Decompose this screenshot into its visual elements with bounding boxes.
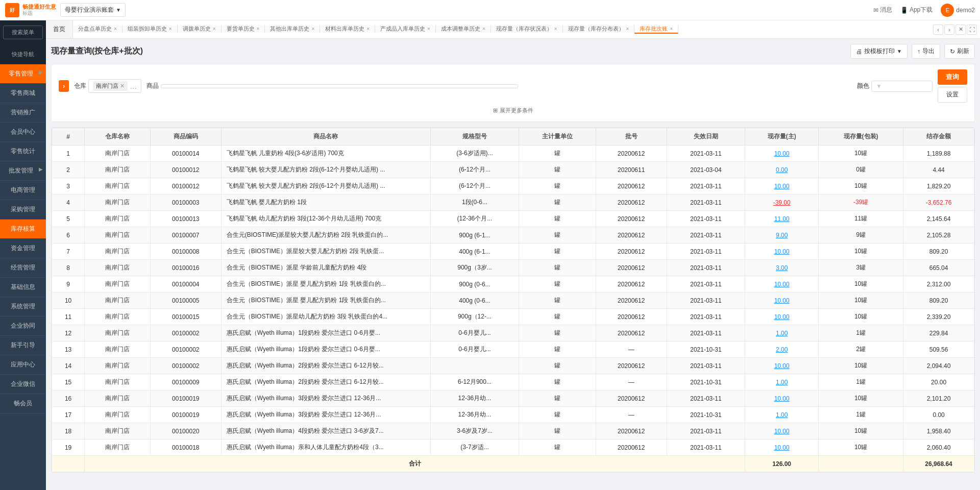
sidebar-item-营销推广[interactable]: 营销推广 <box>0 103 46 122</box>
sidebar-item-畅会员[interactable]: 畅会员 <box>0 394 46 413</box>
tab-home[interactable]: 首页 <box>46 20 73 38</box>
query-btn[interactable]: 查询 <box>938 69 967 85</box>
row-qty-main[interactable]: 0.00 <box>745 162 819 178</box>
row-qty-main[interactable]: 11.00 <box>745 211 819 227</box>
row-spec: 900g (0-6... <box>431 276 519 292</box>
row-qty-main[interactable]: 10.00 <box>745 423 819 439</box>
tab-库存批次账[interactable]: 库存批次账× <box>634 25 678 34</box>
row-unit: 罐 <box>519 260 596 276</box>
sidebar-item-批发管理[interactable]: 批发管理▶ <box>0 161 46 181</box>
row-no: 13 <box>52 341 85 358</box>
sidebar-item-应用中心[interactable]: 应用中心 <box>0 355 46 375</box>
template-print-btn[interactable]: 🖨 按模板打印 ▼ <box>850 44 908 59</box>
row-unit: 罐 <box>519 211 596 227</box>
tab-close-icon[interactable]: × <box>169 26 172 32</box>
sidebar-item-经营管理[interactable]: 经营管理 <box>0 258 46 278</box>
warehouse-tag-close-icon[interactable]: ✕ <box>120 83 125 89</box>
refresh-btn[interactable]: ↻ 刷新 <box>944 44 975 59</box>
tab-next-btn[interactable]: › <box>944 24 954 35</box>
row-qty-main[interactable]: 1.00 <box>745 374 819 390</box>
search-menu-btn[interactable]: 搜索菜单 <box>3 26 43 39</box>
tab-close-icon[interactable]: × <box>213 26 216 32</box>
sidebar-item-企业微信[interactable]: 企业微信 <box>0 375 46 394</box>
user-area[interactable]: E demo2 <box>941 4 975 17</box>
row-code: 00100012 <box>150 162 221 178</box>
tab-fullscreen-btn[interactable]: ⛶ <box>967 24 977 35</box>
app-download-btn[interactable]: 📱 App下载 <box>900 6 933 14</box>
color-tag-container[interactable]: ▼ <box>871 81 933 92</box>
row-qty-pkg: 3罐 <box>819 260 903 276</box>
row-unit: 罐 <box>519 162 596 178</box>
row-qty-main[interactable]: 10.00 <box>745 309 819 325</box>
tab-材料出库单历史[interactable]: 材料出库单历史× <box>320 25 375 33</box>
tab-分盘点单历史[interactable]: 分盘点单历史× <box>73 25 122 33</box>
tab-close-icon[interactable]: × <box>257 26 260 32</box>
tab-prev-btn[interactable]: ‹ <box>933 24 943 35</box>
sidebar-item-基础信息[interactable]: 基础信息 <box>0 278 46 297</box>
row-name: 合生元（BIOSTIME）派星较大婴儿配方奶粉 2段 乳铁蛋... <box>221 243 431 260</box>
sidebar-item-零售统计[interactable]: 零售统计 <box>0 142 46 161</box>
tab-close-icon[interactable]: × <box>482 26 485 32</box>
tab-close-icon[interactable]: × <box>114 26 117 32</box>
row-qty-main[interactable]: 10.00 <box>745 243 819 260</box>
tab-产成品入库单历史[interactable]: 产成品入库单历史× <box>375 25 436 33</box>
tab-close-icon[interactable]: × <box>670 26 673 32</box>
export-btn[interactable]: ↑ 导出 <box>912 44 940 59</box>
messages-btn[interactable]: ✉ 消息 <box>873 6 892 14</box>
tab-close-icon[interactable]: × <box>366 26 370 32</box>
tab-close-icon[interactable]: × <box>427 26 430 32</box>
row-qty-main[interactable]: 10.00 <box>745 358 819 374</box>
sidebar-item-采购管理[interactable]: 采购管理 <box>0 200 46 219</box>
filter-expand-btn[interactable]: › <box>59 80 69 92</box>
row-qty-main[interactable]: 10.00 <box>745 276 819 292</box>
row-batch: 20200612 <box>596 260 667 276</box>
row-spec: (3-6岁适用)... <box>431 145 519 162</box>
tab-close-icon[interactable]: × <box>554 26 557 32</box>
tab-现存量（库存状况表）[interactable]: 现存量（库存状况表）× <box>491 25 563 33</box>
tab-要货单历史[interactable]: 要货单历史× <box>222 25 265 33</box>
row-unit: 罐 <box>519 358 596 374</box>
sidebar-item-新手引导[interactable]: 新手引导 <box>0 336 46 355</box>
row-qty-main[interactable]: 1.00 <box>745 325 819 341</box>
row-qty-main[interactable]: 1.00 <box>745 407 819 423</box>
row-qty-main[interactable]: 10.00 <box>745 145 819 162</box>
sidebar-item-企业协同[interactable]: 企业协同 <box>0 316 46 336</box>
row-warehouse: 南岸门店 <box>85 358 151 374</box>
tab-其他出库单历史[interactable]: 其他出库单历史× <box>265 25 320 33</box>
row-batch: 20200612 <box>596 227 667 243</box>
row-qty-main[interactable]: 10.00 <box>745 439 819 456</box>
sidebar-item-电商管理[interactable]: 电商管理 <box>0 181 46 200</box>
expand-more-btn[interactable]: ⊞ 展开更多条件 <box>59 105 967 116</box>
sidebar-item-系统管理[interactable]: 系统管理 <box>0 297 46 316</box>
row-warehouse: 南岸门店 <box>85 211 151 227</box>
sidebar-item-库存核算[interactable]: 库存核算 <box>0 219 46 239</box>
tab-调拨单历史[interactable]: 调拨单历史× <box>178 25 222 33</box>
row-qty-main[interactable]: -39.00 <box>745 194 819 211</box>
company-selector[interactable]: 母婴行业演示账套 ▼ <box>60 3 126 17</box>
goods-tag-container[interactable] <box>161 84 518 88</box>
sidebar-item-零售商城[interactable]: 零售商城 <box>0 84 46 103</box>
tab-现存量（库存分布表）[interactable]: 现存量（库存分布表）× <box>563 25 635 33</box>
tab-组装拆卸单历史[interactable]: 组装拆卸单历史× <box>122 25 178 33</box>
row-qty-main[interactable]: 3.00 <box>745 260 819 276</box>
tab-close-all-btn[interactable]: ✕ <box>955 24 966 35</box>
quick-nav-btn[interactable]: 快捷导航 <box>0 46 46 62</box>
table-row: 17南岸门店00100019惠氏启赋（Wyeth illuma）3段奶粉 爱尔兰… <box>52 407 974 423</box>
row-qty-main[interactable]: 10.00 <box>745 292 819 309</box>
row-qty-main[interactable]: 9.00 <box>745 227 819 243</box>
row-qty-main[interactable]: 10.00 <box>745 178 819 194</box>
sidebar-item-资金管理[interactable]: 资金管理 <box>0 239 46 258</box>
warehouse-tag-container[interactable]: 南岸门店 ✕ … <box>88 79 141 93</box>
col-header-4: 规格型号 <box>431 128 519 145</box>
warehouse-more-btn[interactable]: … <box>130 82 137 90</box>
sidebar-item-零售管理[interactable]: 零售管理▶ <box>0 64 46 84</box>
tab-成本调整单历史[interactable]: 成本调整单历史× <box>436 25 491 33</box>
row-qty-main[interactable]: 10.00 <box>745 390 819 407</box>
row-code: 00100009 <box>150 374 221 390</box>
sidebar-item-会员中心[interactable]: 会员中心 <box>0 122 46 142</box>
tab-close-icon[interactable]: × <box>311 26 314 32</box>
row-qty-main[interactable]: 2.00 <box>745 341 819 358</box>
tab-close-icon[interactable]: × <box>626 26 629 32</box>
table-row: 1南岸门店00100014飞鹤星飞帆 儿童奶粉 4段(3-6岁适用) 700克(… <box>52 145 974 162</box>
setting-btn[interactable]: 设置 <box>938 87 967 103</box>
